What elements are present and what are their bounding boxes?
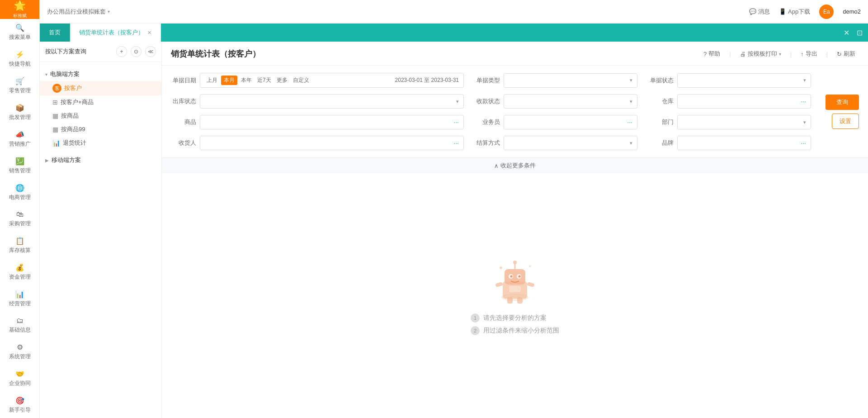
search-icon: 🔍: [2, 24, 38, 32]
right-panel: 销货单统计表（按客户） ? 帮助 | 🖨 按模板打印 ▾ |: [162, 42, 868, 418]
export-icon: ↑: [801, 51, 804, 57]
date-tab-custom[interactable]: 自定义: [291, 76, 311, 85]
edit-scheme-btn[interactable]: ⊙: [131, 46, 142, 57]
tab-bar-actions: ✕ ⊡: [842, 27, 868, 39]
doc-type-select[interactable]: ▾: [504, 73, 637, 88]
collapse-icon: ∧: [494, 162, 499, 169]
warehouse-ellipsis[interactable]: ···: [801, 98, 806, 105]
sidebar-item-ecommerce[interactable]: 🌐 电商管理: [0, 179, 40, 206]
svg-rect-13: [509, 286, 521, 292]
filter-item-payment-method: 结算方式 ▾: [475, 136, 637, 150]
receiver-ellipsis[interactable]: ···: [453, 139, 459, 147]
brand-label: 品牌: [648, 139, 674, 147]
tab-home[interactable]: 首页: [40, 24, 70, 42]
message-label: 消息: [758, 8, 770, 16]
message-action[interactable]: 💬 消息: [749, 8, 770, 16]
sidebar-item-wholesale[interactable]: 📦 批发管理: [0, 99, 40, 126]
collapse-btn[interactable]: ∧ 收起更多条件: [494, 162, 536, 170]
export-label: 导出: [806, 50, 817, 58]
refresh-btn[interactable]: ↻ 刷新: [833, 48, 859, 60]
tree-item-return-stat[interactable]: 📊 退货统计: [40, 136, 161, 150]
filter-row-2: 出库状态 ▾ 收款状态 ▾: [171, 94, 811, 109]
date-tab-lastmonth[interactable]: 上月: [205, 76, 219, 85]
finance-icon: 💰: [2, 263, 38, 272]
tab-restore-btn[interactable]: ⊡: [855, 27, 864, 39]
goods-label: 商品: [171, 118, 196, 126]
payment-method-select[interactable]: ▾: [504, 136, 637, 150]
sales-icon: 💹: [2, 157, 38, 166]
filter-item-dept: 部门 ▾: [648, 115, 811, 129]
print-btn[interactable]: 🖨 按模板打印 ▾: [736, 48, 785, 60]
date-picker[interactable]: 上月 本月 本年 近7天 更多 自定义 2023-03-01 至 2023-03…: [200, 73, 464, 88]
goods-input[interactable]: ···: [200, 115, 464, 129]
sidebar-item-purchase[interactable]: 🛍 采购管理: [0, 206, 40, 232]
brand-input[interactable]: ···: [677, 136, 811, 150]
date-tab-thisyear[interactable]: 本年: [239, 76, 254, 85]
left-panel-tools: + ⊙ ≪: [116, 46, 156, 57]
sidebar-item-enterprise[interactable]: 🤝 企业协同: [0, 365, 40, 392]
user-avatar[interactable]: Ea: [819, 5, 834, 19]
tree-item-by-goods-99[interactable]: ▦ 按商品99: [40, 123, 161, 136]
goods-ellipsis[interactable]: ···: [453, 119, 459, 126]
add-scheme-btn[interactable]: +: [116, 46, 127, 57]
sidebar-item-quicknav[interactable]: ⚡ 快捷导航: [0, 46, 40, 72]
date-tab-7days[interactable]: 近7天: [255, 76, 273, 85]
brand-ellipsis[interactable]: ···: [801, 139, 806, 147]
filter-item-goods: 商品 ···: [171, 115, 464, 129]
help-btn[interactable]: ? 帮助: [700, 48, 724, 60]
payment-select[interactable]: ▾: [504, 94, 637, 109]
sep-3: |: [826, 51, 828, 57]
outstock-select[interactable]: ▾: [200, 94, 464, 109]
left-panel: 按以下方案查询 + ⊙ ≪ ▾ 电脑端方案 客 按客户: [40, 42, 162, 418]
date-tab-thismonth[interactable]: 本月: [221, 76, 237, 85]
payment-method-label: 结算方式: [475, 139, 500, 147]
tab-close-all-btn[interactable]: ✕: [842, 27, 851, 39]
date-tab-more[interactable]: 更多: [275, 76, 289, 85]
tree-item-customer-goods[interactable]: ⊞ 按客户+商品: [40, 95, 161, 109]
empty-tip-2: 2 用过滤条件来缩小分析范围: [471, 326, 559, 335]
download-label: App下载: [788, 8, 810, 16]
doc-status-label: 单据状态: [648, 76, 674, 85]
sidebar-item-system[interactable]: ⚙ 系统管理: [0, 338, 40, 365]
sidebar-item-operations[interactable]: 📊 经营管理: [0, 285, 40, 312]
salesman-input[interactable]: ···: [504, 115, 637, 129]
tree-item-by-customer[interactable]: 客 按客户: [40, 81, 161, 95]
sidebar-item-inventory[interactable]: 📋 库存核算: [0, 232, 40, 259]
filter-item-receiver: 收货人 ···: [171, 136, 464, 150]
outstock-chevron: ▾: [456, 99, 459, 104]
operations-icon: 📊: [2, 290, 38, 299]
tree-group-desktop-header[interactable]: ▾ 电脑端方案: [40, 67, 161, 81]
tree-group-desktop: ▾ 电脑端方案 客 按客户 ⊞ 按客户+商品 ▦ 按商品: [40, 66, 161, 152]
tree-group-mobile-header[interactable]: ▶ 移动端方案: [40, 153, 161, 167]
sidebar-item-finance[interactable]: 💰 资金管理: [0, 259, 40, 285]
sidebar-item-retail[interactable]: 🛒 零售管理: [0, 72, 40, 99]
export-btn[interactable]: ↑ 导出: [797, 48, 821, 60]
sidebar-item-newbie[interactable]: 🎯 新手引导: [0, 392, 40, 418]
collapse-panel-btn[interactable]: ≪: [145, 46, 156, 57]
sidebar-item-sales[interactable]: 💹 销售管理: [0, 152, 40, 179]
tab-sales-stat[interactable]: 销货单统计表（按客户） ✕: [70, 24, 161, 42]
svg-point-8: [513, 261, 517, 264]
user-name[interactable]: demo2: [843, 8, 861, 15]
main-wrapper: 办公用品行业模拟账套 ▾ 💬 消息 📱 App下载 Ea demo2 首页 销货…: [40, 0, 868, 418]
tree-item-by-goods[interactable]: ▦ 按商品: [40, 109, 161, 123]
settings-button[interactable]: 设置: [832, 114, 859, 129]
sidebar-logo[interactable]: 🌟 标推赋: [0, 0, 40, 19]
salesman-ellipsis[interactable]: ···: [627, 119, 632, 126]
sidebar-item-search[interactable]: 🔍 搜索菜单: [0, 19, 40, 46]
warehouse-select[interactable]: ···: [677, 94, 811, 109]
receiver-input[interactable]: ···: [200, 136, 464, 150]
filter-action-btns: 查询 设置: [818, 73, 859, 150]
tip-text-2: 用过滤条件来缩小分析范围: [483, 327, 559, 335]
sidebar-item-basic[interactable]: 🗂 基础信息: [0, 312, 40, 338]
page-actions: ? 帮助 | 🖨 按模板打印 ▾ | ↑ 导出: [700, 48, 859, 60]
nav-title[interactable]: 办公用品行业模拟账套 ▾: [47, 8, 110, 16]
query-button[interactable]: 查询: [826, 95, 859, 110]
dept-select[interactable]: ▾: [677, 115, 811, 129]
sidebar-item-marketing[interactable]: 📣 营销推广: [0, 126, 40, 152]
doc-status-select[interactable]: ▾: [677, 73, 811, 88]
app-download-action[interactable]: 📱 App下载: [779, 8, 810, 16]
tab-close-btn[interactable]: ✕: [147, 30, 151, 36]
tab-sales-stat-label: 销货单统计表（按客户）: [79, 28, 144, 37]
retail-icon: 🛒: [2, 77, 38, 86]
